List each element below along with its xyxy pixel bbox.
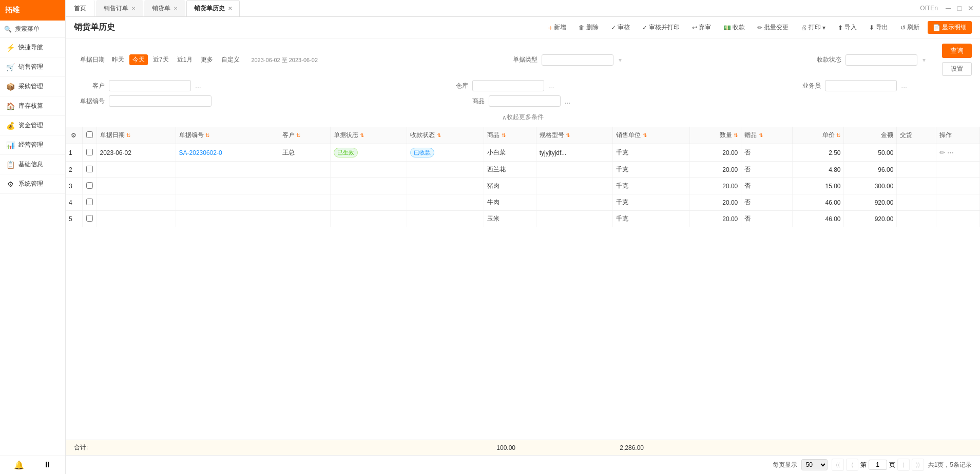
tab-sales-order[interactable]: 销售订单 ✕: [96, 0, 143, 16]
col-customer[interactable]: 客户 ⇅: [279, 127, 330, 144]
notification-icon[interactable]: 🔔: [14, 460, 24, 470]
edit-action[interactable]: ✏: [939, 149, 945, 156]
row-check[interactable]: [82, 178, 97, 194]
row-spec: [536, 194, 613, 211]
select-all-checkbox[interactable]: [86, 131, 93, 138]
row-check[interactable]: [82, 162, 97, 178]
col-unit[interactable]: 销售单位 ⇅: [613, 127, 690, 144]
collect-status-dropdown-icon[interactable]: ▾: [923, 56, 926, 64]
audit-button[interactable]: ✓ 审核: [607, 21, 634, 34]
row-check[interactable]: [82, 211, 97, 227]
tab-sales-history[interactable]: 销货单历史 ✕: [186, 0, 240, 16]
summary-label: 合计:: [74, 443, 105, 452]
row-docno[interactable]: [176, 194, 279, 211]
col-collectstatus[interactable]: 收款状态 ⇅: [407, 127, 484, 144]
show-detail-button[interactable]: 📄 显示明细: [928, 21, 972, 34]
sidebar-item-operations[interactable]: 📊 经营管理: [0, 135, 65, 155]
next-page-btn[interactable]: ⟩: [897, 459, 910, 471]
salesperson-dots[interactable]: ...: [901, 82, 907, 90]
print-label: 打印: [809, 23, 821, 32]
sidebar-search[interactable]: 🔍 搜索菜单: [0, 21, 65, 38]
col-deal: 交货: [897, 127, 936, 144]
prev-page-btn[interactable]: ⟨: [846, 459, 858, 471]
customer-input[interactable]: [109, 80, 191, 91]
doctype-dropdown-icon[interactable]: ▾: [619, 56, 622, 64]
collapse-filter-btn[interactable]: ∧ 收起更多条件: [74, 111, 972, 124]
tab-home[interactable]: 首页: [66, 0, 95, 16]
first-page-btn[interactable]: ⟨⟨: [832, 459, 844, 471]
page-title: 销货单历史: [74, 22, 115, 33]
sidebar-item-inventory[interactable]: 🏠 库存核算: [0, 96, 65, 116]
row-price: 2.50: [793, 144, 844, 162]
doctype-input[interactable]: [542, 54, 613, 66]
audit-print-button[interactable]: ✓ 审核并打印: [638, 21, 684, 34]
row-docstatus: [330, 162, 407, 178]
tab-sales-order-close[interactable]: ✕: [131, 6, 136, 11]
window-close[interactable]: ✕: [966, 3, 976, 13]
filter-doctype-group: 单据类型 ▾: [507, 54, 622, 66]
product-input[interactable]: [489, 95, 561, 107]
row-product: 小白菜: [484, 144, 536, 162]
col-price[interactable]: 单价 ⇅: [793, 127, 844, 144]
col-docstatus[interactable]: 单据状态 ⇅: [330, 127, 407, 144]
abandon-button[interactable]: ↩ 弃审: [688, 21, 715, 34]
row-docno[interactable]: SA-20230602-0: [176, 144, 279, 162]
date-btn-7days[interactable]: 近7天: [150, 54, 172, 65]
col-product[interactable]: 商品 ⇅: [484, 127, 536, 144]
col-gift[interactable]: 赠品 ⇅: [741, 127, 793, 144]
warehouse-dots[interactable]: ...: [548, 82, 554, 90]
query-button[interactable]: 查询: [942, 44, 972, 58]
tab-sales-delivery[interactable]: 销货单 ✕: [144, 0, 185, 16]
salesperson-input[interactable]: [825, 80, 897, 91]
date-btn-yesterday[interactable]: 昨天: [109, 54, 127, 65]
sidebar-item-basic-info[interactable]: 📋 基础信息: [0, 155, 65, 174]
sidebar-item-finance[interactable]: 💰 资金管理: [0, 116, 65, 135]
table-row: 4 牛肉 千克 20.00 否 46.00 920.00: [66, 194, 980, 211]
more-action[interactable]: ⋯: [947, 149, 954, 156]
per-page-select[interactable]: 50 100 200: [801, 459, 828, 470]
refresh-button[interactable]: ↺ 刷新: [896, 21, 924, 34]
row-check[interactable]: [82, 194, 97, 211]
date-btn-more[interactable]: 更多: [198, 54, 216, 65]
customer-dots[interactable]: ...: [195, 82, 201, 90]
batch-change-button[interactable]: ✏ 批量变更: [753, 21, 793, 34]
row-spec: tyjyjtyjdf...: [536, 144, 613, 162]
sidebar-item-system[interactable]: ⚙ 系统管理: [0, 174, 65, 194]
delete-button[interactable]: 🗑 删除: [574, 21, 603, 34]
row-docno[interactable]: [176, 178, 279, 194]
window-maximize[interactable]: □: [954, 3, 965, 13]
row-docno[interactable]: [176, 162, 279, 178]
date-btn-today[interactable]: 今天: [129, 54, 148, 65]
col-spec[interactable]: 规格型号 ⇅: [536, 127, 613, 144]
import-button[interactable]: ⬆ 导入: [834, 21, 861, 34]
collect-status-input[interactable]: [846, 54, 917, 66]
row-actions: [936, 194, 980, 211]
sidebar-item-sales-mgmt[interactable]: 🛒 销售管理: [0, 57, 65, 77]
set-button[interactable]: 设置: [942, 62, 972, 76]
date-btn-custom[interactable]: 自定义: [218, 54, 243, 65]
col-qty[interactable]: 数量 ⇅: [690, 127, 741, 144]
warehouse-input[interactable]: [472, 80, 544, 91]
col-docno[interactable]: 单据编号 ⇅: [176, 127, 279, 144]
row-docno[interactable]: [176, 211, 279, 227]
date-btn-1month[interactable]: 近1月: [174, 54, 196, 65]
window-minimize[interactable]: ─: [943, 3, 953, 13]
page-input[interactable]: [869, 460, 887, 470]
filter-section: 单据日期 昨天 今天 近7天 近1月 更多 自定义 2023-06-02 至 2…: [66, 38, 980, 127]
tab-sales-delivery-close[interactable]: ✕: [174, 6, 178, 11]
sidebar-item-quick-nav[interactable]: ⚡ 快捷导航: [0, 38, 65, 57]
export-button[interactable]: ⬇ 导出: [865, 21, 892, 34]
basic-info-icon: 📋: [6, 161, 14, 169]
collect-button[interactable]: 💵 收款: [719, 21, 749, 34]
pause-icon[interactable]: ⏸: [43, 460, 51, 470]
last-page-btn[interactable]: ⟩⟩: [912, 459, 924, 471]
docno-input[interactable]: [109, 95, 212, 107]
print-button[interactable]: 🖨 打印 ▾: [797, 21, 830, 34]
sidebar-item-purchase-mgmt[interactable]: 📦 采购管理: [0, 77, 65, 96]
tab-sales-history-close[interactable]: ✕: [228, 6, 232, 11]
new-button[interactable]: + 新增: [544, 21, 570, 34]
col-gear[interactable]: ⚙: [66, 127, 82, 144]
col-date[interactable]: 单据日期 ⇅: [97, 127, 176, 144]
product-dots[interactable]: ...: [565, 97, 571, 105]
row-check[interactable]: [82, 144, 97, 162]
